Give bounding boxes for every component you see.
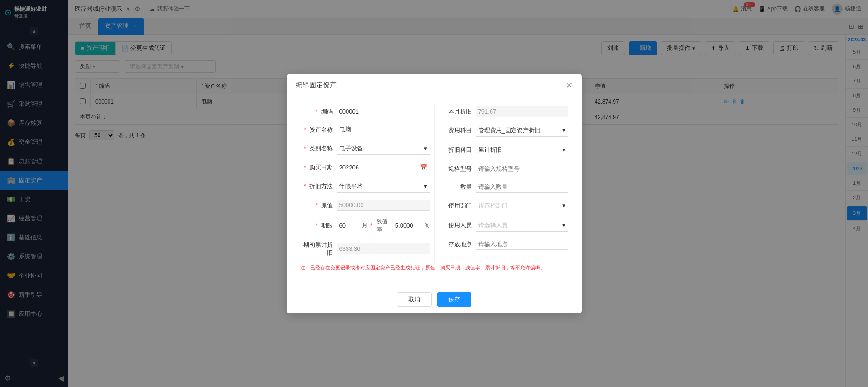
period-unit: 月 [362,222,367,229]
purchase-date-label: * 购买日期 [300,164,337,172]
period-group: 月 * 残值率 % [337,218,430,233]
user-label: 使用人员 [439,221,476,229]
purchase-date-input[interactable]: 202206 📅 [337,162,430,173]
dep-account-label: 折旧科目 [439,146,476,154]
original-value-label: * 原值 [300,201,337,209]
code-input[interactable] [337,106,430,117]
modal-right-column: 本月折旧 费用科目 管理费用_固定资产折旧 ▾ [434,106,573,264]
form-row-initial-accumulated: 期初累计折旧 [296,241,434,257]
form-row-code: * 编码 [296,106,434,117]
form-row-monthly-dep: 本月折旧 [435,106,573,117]
code-label: * 编码 [300,108,337,116]
form-row-original-value: * 原值 [296,200,434,211]
dept-placeholder: 请选择部门 [478,202,508,210]
location-label: 存放地点 [439,240,476,248]
dept-dropdown-icon: ▾ [562,202,565,209]
form-row-purchase-date: * 购买日期 202206 📅 [296,162,434,173]
name-input[interactable] [337,124,430,135]
form-row-spec: 规格型号 [435,164,573,174]
location-input[interactable] [476,239,568,250]
initial-accumulated-label: 期初累计折旧 [300,241,337,257]
form-row-quantity: 数量 [435,182,573,193]
modal-header: 编辑固定资产 ✕ [287,74,582,97]
residual-rate-input[interactable] [392,220,422,231]
expense-dropdown-icon: ▾ [562,127,565,134]
spec-input[interactable] [476,164,568,174]
method-dropdown-icon: ▾ [424,183,427,189]
modal-body: * 编码 * 资产名称 [287,97,582,285]
expense-account-label: 费用科目 [439,126,476,134]
category-select[interactable]: 电子设备 ▾ [337,143,430,155]
initial-accumulated-input[interactable] [337,243,430,254]
modal-close-btn[interactable]: ✕ [566,80,573,90]
dept-select[interactable]: 请选择部门 ▾ [476,200,568,212]
modal-overlay: 编辑固定资产 ✕ * 编码 [0,0,868,387]
form-row-location: 存放地点 [435,239,573,250]
period-label: * 期限 [300,222,337,230]
form-row-expense-account: 费用科目 管理费用_固定资产折旧 ▾ [435,124,573,137]
modal-title: 编辑固定资产 [296,81,337,89]
dept-label: 使用部门 [439,202,476,210]
spec-label: 规格型号 [439,165,476,173]
quantity-label: 数量 [439,183,476,191]
depreciation-method-label: * 折旧方法 [300,182,337,190]
form-row-category: * 类别名称 电子设备 ▾ [296,143,434,155]
quantity-input[interactable] [476,182,568,193]
save-button[interactable]: 保存 [437,292,471,307]
modal-note: 注：已经存在变更记录或者对应固定资产已经生成凭证，原值、购买日期、残值率、累计折… [296,264,573,276]
depreciation-method-select[interactable]: 年限平均 ▾ [337,180,430,193]
residual-rate-unit: % [425,223,430,229]
form-row-period: * 期限 月 * 残值率 % [296,218,434,233]
form-row-depreciation-method: * 折旧方法 年限平均 ▾ [296,180,434,193]
user-placeholder: 请选择人员 [478,221,508,229]
select-dropdown-icon: ▾ [424,145,427,152]
user-select[interactable]: 请选择人员 ▾ [476,219,568,232]
expense-account-select[interactable]: 管理费用_固定资产折旧 ▾ [476,124,568,137]
user-dropdown-icon: ▾ [562,222,565,228]
residual-rate-label: 残值率 [377,218,390,233]
monthly-dep-label: 本月折旧 [439,108,476,116]
cancel-button[interactable]: 取消 [397,292,432,307]
name-label: * 资产名称 [300,126,337,134]
category-label: * 类别名称 [300,144,337,153]
dep-account-select[interactable]: 累计折旧 ▾ [476,144,568,156]
original-value-input[interactable] [337,200,430,211]
monthly-dep-input[interactable] [476,106,568,117]
form-row-dept: 使用部门 请选择部门 ▾ [435,200,573,212]
calendar-icon: 📅 [420,164,427,171]
modal-footer: 取消 保存 [287,285,582,313]
form-row-name: * 资产名称 [296,124,434,135]
form-row-user: 使用人员 请选择人员 ▾ [435,219,573,232]
period-input[interactable] [337,220,359,231]
edit-fixed-asset-modal: 编辑固定资产 ✕ * 编码 [287,74,582,313]
modal-left-column: * 编码 * 资产名称 [296,106,434,264]
dep-dropdown-icon: ▾ [562,146,565,153]
form-row-dep-account: 折旧科目 累计折旧 ▾ [435,144,573,156]
